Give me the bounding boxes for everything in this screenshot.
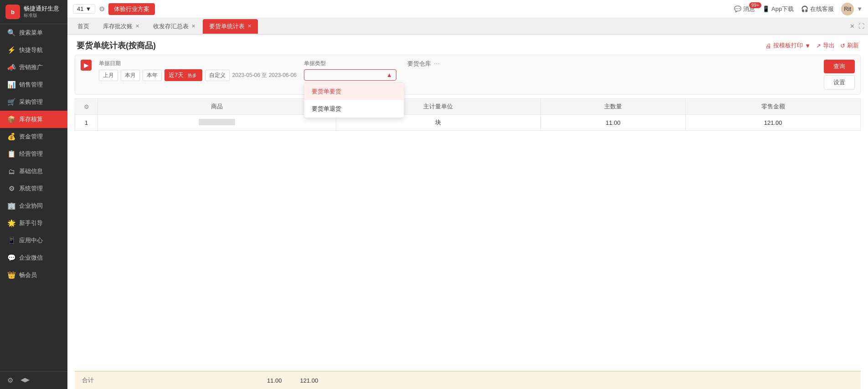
sidebar-item-member[interactable]: 👑 畅会员: [0, 266, 67, 284]
tab-close-inventory-batch[interactable]: ✕: [135, 23, 139, 29]
sidebar-item-wechat[interactable]: 💬 企业微信: [0, 249, 67, 266]
print-label: 按模板打印: [773, 41, 803, 50]
close-all-icon[interactable]: ✕: [850, 23, 855, 30]
tab-label: 首页: [77, 22, 89, 31]
sidebar-item-guide[interactable]: 🌟 新手引导: [0, 215, 67, 232]
app-download-btn[interactable]: 📱 App下载: [762, 5, 794, 13]
sidebar-item-label: 采购管理: [19, 98, 43, 106]
clipboard-icon: 📋: [7, 150, 15, 158]
chevron-down-icon: ▼: [857, 5, 863, 12]
sidebar-item-marketing[interactable]: 📣 营销推广: [0, 59, 67, 76]
download-icon: 📱: [762, 5, 770, 12]
sidebar-item-sales[interactable]: 📊 销售管理: [0, 76, 67, 93]
tab-inventory-batch[interactable]: 库存批次账 ✕: [97, 19, 146, 34]
type-select[interactable]: ▲: [304, 69, 396, 81]
sidebar-item-system[interactable]: ⚙ 系统管理: [0, 180, 67, 197]
sidebar-bottom: ⚙ ◀▶: [0, 371, 67, 389]
collapse-icon[interactable]: ◀▶: [21, 376, 30, 384]
tab-close-order-stats[interactable]: ✕: [247, 23, 252, 29]
store-name: 41: [77, 5, 83, 12]
tab-home[interactable]: 首页: [71, 19, 96, 34]
messages-btn[interactable]: 💬 消息 99+: [734, 5, 755, 13]
sidebar-item-finance[interactable]: 💰 资金管理: [0, 128, 67, 145]
sidebar-item-apps[interactable]: 📱 应用中心: [0, 232, 67, 249]
filter-more-btn[interactable]: ···: [434, 60, 440, 68]
sidebar-item-purchase[interactable]: 🛒 采购管理: [0, 93, 67, 111]
col-amount: 零售金额: [686, 99, 861, 115]
print-btn[interactable]: 🖨 按模板打印 ▼: [765, 41, 811, 50]
sidebar-item-operations[interactable]: 📋 经营管理: [0, 145, 67, 163]
chevron-up-icon: ▲: [386, 72, 392, 78]
logo-sub: 标准版: [24, 12, 59, 19]
type-input[interactable]: [308, 72, 385, 78]
settings-icon[interactable]: ⚙: [7, 376, 13, 384]
sidebar-item-label: 畅会员: [19, 271, 37, 279]
date-btn-last-month[interactable]: 上月: [99, 70, 118, 81]
cart-icon: 🛒: [7, 98, 15, 106]
tab-order-stats[interactable]: 要货单统计表 ✕: [203, 19, 258, 34]
total-amount: 121.00: [300, 377, 318, 384]
tab-label: 库存批次账: [103, 22, 133, 31]
set-button[interactable]: 设置: [824, 75, 855, 90]
online-service-label: 在线客服: [810, 5, 834, 13]
cell-product: [98, 115, 336, 131]
settings-btn[interactable]: ⚙: [99, 5, 105, 13]
column-settings-icon[interactable]: ⚙: [84, 103, 89, 110]
sidebar-item-quick-nav[interactable]: ⚡ 快捷导航: [0, 41, 67, 59]
sidebar-item-label: 应用中心: [19, 236, 43, 245]
refresh-btn[interactable]: ↺ 刷新: [840, 41, 859, 50]
total-quantity: 11.00: [267, 377, 282, 384]
tab-close-receive-summary[interactable]: ✕: [191, 23, 195, 29]
message-icon: 💬: [734, 5, 741, 12]
table-container: ⚙ 商品 主计量单位 主数量 零售金额: [67, 98, 868, 371]
messages-badge: 99+: [749, 2, 761, 8]
export-label: 导出: [823, 41, 835, 50]
dropdown-item-order-goods[interactable]: 要货单要货: [304, 83, 404, 100]
export-btn[interactable]: ↗ 导出: [816, 41, 835, 50]
sidebar-item-label: 销售管理: [19, 81, 43, 89]
query-button[interactable]: 查询: [824, 60, 855, 73]
page-actions: 🖨 按模板打印 ▼ ↗ 导出 ↺ 刷新: [765, 41, 859, 50]
online-service-btn[interactable]: 🎧 在线客服: [801, 5, 834, 13]
avatar-text: Rit: [844, 5, 851, 12]
sidebar-item-label: 营销推广: [19, 63, 43, 72]
type-dropdown: 要货单要货 要货单退货: [304, 82, 404, 118]
col-settings: ⚙: [75, 99, 98, 115]
logo-text-wrap: 畅捷通好生意 标准版: [24, 5, 59, 19]
tab-receive-summary[interactable]: 收发存汇总表 ✕: [147, 19, 202, 34]
dropdown-item-label: 要货单要货: [312, 88, 341, 95]
store-selector[interactable]: 41 ▼: [73, 4, 95, 14]
dropdown-item-label: 要货单退货: [312, 105, 341, 112]
date-btn-this-month[interactable]: 本月: [121, 70, 140, 81]
tab-label: 要货单统计表: [209, 22, 245, 31]
tabbar: 首页 库存批次账 ✕ 收发存汇总表 ✕ 要货单统计表 ✕ ✕ ⛶: [67, 18, 868, 35]
warehouse-filter-group: 要货仓库 ···: [407, 60, 440, 68]
sidebar-nav: 🔍 搜索菜单 ⚡ 快捷导航 📣 营销推广 📊 销售管理 🛒 采购管理 📦 库存核…: [0, 24, 67, 371]
dropdown-item-order-return[interactable]: 要货单退货: [304, 100, 404, 118]
cell-row-num: 1: [75, 115, 98, 131]
sidebar-item-inventory[interactable]: 📦 库存核算: [0, 111, 67, 128]
type-filter-group: 单据类型 ▲ 要货单要货 要货单退货: [304, 60, 396, 81]
sidebar-item-label: 企业协同: [19, 202, 43, 210]
sidebar-item-label: 资金管理: [19, 133, 43, 141]
star-icon: 🌟: [7, 219, 15, 227]
sidebar-item-label: 基础信息: [19, 167, 43, 175]
filter-expand-btn[interactable]: ▶: [81, 60, 92, 71]
col-product: 商品: [98, 99, 336, 115]
sidebar-item-search[interactable]: 🔍 搜索菜单: [0, 24, 67, 41]
table-footer: 合计 11.00 121.00: [75, 371, 861, 389]
sidebar-item-label: 搜索菜单: [19, 29, 43, 37]
date-btn-custom[interactable]: 自定义: [205, 70, 230, 81]
sidebar-item-basic[interactable]: 🗂 基础信息: [0, 163, 67, 180]
sidebar-logo: b 畅捷通好生意 标准版: [0, 0, 67, 24]
tabbar-right: ✕ ⛶: [850, 23, 864, 30]
user-area[interactable]: Rit ▼: [841, 3, 863, 15]
search-icon: 🔍: [7, 29, 15, 37]
sidebar-item-enterprise[interactable]: 🏢 企业协同: [0, 197, 67, 215]
trial-button[interactable]: 体验行业方案: [108, 3, 155, 15]
date-btn-this-year[interactable]: 本年: [143, 70, 162, 81]
page-title: 要货单统计表(按商品): [77, 40, 156, 51]
type-filter-label: 单据类型: [304, 60, 396, 67]
expand-icon[interactable]: ⛶: [858, 23, 864, 30]
date-btn-7days[interactable]: 近7天 热多: [164, 69, 202, 81]
